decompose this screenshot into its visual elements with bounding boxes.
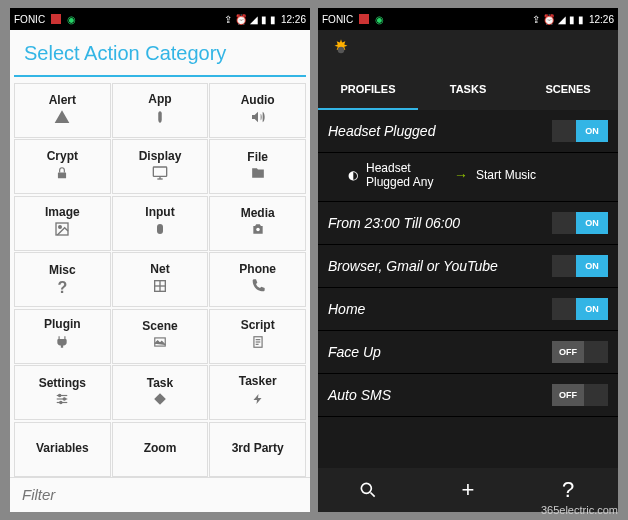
signal-icon: ▮: [261, 14, 267, 25]
category-variables[interactable]: Variables: [14, 422, 111, 477]
camera-icon: [249, 222, 267, 240]
category-label: Scene: [142, 319, 177, 333]
category-display[interactable]: Display: [112, 139, 209, 194]
folder-icon: [249, 166, 267, 184]
svg-point-8: [256, 228, 260, 232]
profile-toggle[interactable]: ON: [552, 255, 608, 277]
category-3rd-party[interactable]: 3rd Party: [209, 422, 306, 477]
tab-scenes[interactable]: SCENES: [518, 70, 618, 110]
profile-row[interactable]: From 23:00 Till 06:00ON: [318, 202, 618, 245]
share-icon: ⇪: [532, 14, 540, 25]
profile-toggle[interactable]: ON: [552, 120, 608, 142]
category-audio[interactable]: Audio: [209, 83, 306, 138]
toggle-label: ON: [576, 298, 608, 320]
tab-tasks[interactable]: TASKS: [418, 70, 518, 110]
sliders-icon: [54, 392, 70, 410]
status-bar: FONIC ◉ ⇪ ⏰ ◢ ▮ ▮ 12:26: [10, 8, 310, 30]
wifi-icon: ◢: [250, 14, 258, 25]
profile-row[interactable]: Auto SMSOFF: [318, 374, 618, 417]
category-label: Alert: [49, 93, 76, 107]
filter-input[interactable]: [22, 486, 298, 503]
category-input[interactable]: Input: [112, 196, 209, 251]
context-icon: ◐: [348, 168, 358, 182]
category-alert[interactable]: Alert: [14, 83, 111, 138]
image-icon: [54, 221, 70, 241]
toggle-label: ON: [576, 212, 608, 234]
profile-name: Auto SMS: [328, 387, 552, 403]
profile-name: Browser, Gmail or YouTube: [328, 258, 552, 274]
category-net[interactable]: Net: [112, 252, 209, 307]
wifi-icon: ◢: [558, 14, 566, 25]
category-plugin[interactable]: Plugin: [14, 309, 111, 364]
category-label: Variables: [36, 441, 89, 455]
category-label: Phone: [239, 262, 276, 276]
context-label: Headset Plugged Any: [366, 161, 446, 189]
category-script[interactable]: Script: [209, 309, 306, 364]
phone-right: FONIC ◉ ⇪ ⏰ ◢ ▮ ▮ 12:26 PROFILESTASKSSCE…: [318, 8, 618, 512]
svg-point-6: [59, 226, 62, 229]
toggle-label: OFF: [552, 341, 584, 363]
toggle-label: ON: [576, 255, 608, 277]
category-grid: AlertAppAudioCryptDisplayFileImageInputM…: [10, 83, 310, 477]
category-misc[interactable]: Misc?: [14, 252, 111, 307]
profile-row[interactable]: Browser, Gmail or YouTubeON: [318, 245, 618, 288]
category-app[interactable]: App: [112, 83, 209, 138]
svg-rect-2: [153, 167, 166, 176]
category-scene[interactable]: Scene: [112, 309, 209, 364]
title-rule: [14, 75, 306, 77]
category-tasker[interactable]: Tasker: [209, 365, 306, 420]
category-zoom[interactable]: Zoom: [112, 422, 209, 477]
svg-point-24: [338, 47, 345, 54]
category-task[interactable]: Task: [112, 365, 209, 420]
tasker-logo-icon: [328, 37, 354, 63]
tab-profiles[interactable]: PROFILES: [318, 70, 418, 110]
profile-row[interactable]: HomeON: [318, 288, 618, 331]
category-label: Audio: [241, 93, 275, 107]
category-media[interactable]: Media: [209, 196, 306, 251]
svg-line-26: [371, 493, 375, 497]
profile-toggle[interactable]: OFF: [552, 384, 608, 406]
profile-name: From 23:00 Till 06:00: [328, 215, 552, 231]
category-phone[interactable]: Phone: [209, 252, 306, 307]
category-crypt[interactable]: Crypt: [14, 139, 111, 194]
signal-icon: ▮: [569, 14, 575, 25]
category-label: Tasker: [239, 374, 277, 388]
category-label: Misc: [49, 263, 76, 277]
profile-row[interactable]: Headset PluggedON: [318, 110, 618, 153]
profile-row[interactable]: Face UpOFF: [318, 331, 618, 374]
bolt-icon: [252, 390, 264, 412]
svg-point-20: [59, 394, 61, 396]
profile-name: Home: [328, 301, 552, 317]
profile-toggle[interactable]: ON: [552, 298, 608, 320]
svg-rect-7: [157, 224, 163, 234]
dialog-title: Select Action Category: [10, 30, 310, 75]
profile-detail[interactable]: ◐Headset Plugged Any→Start Music: [318, 153, 618, 202]
category-settings[interactable]: Settings: [14, 365, 111, 420]
category-label: File: [247, 150, 268, 164]
category-label: Settings: [39, 376, 86, 390]
battery-icon: ▮: [270, 14, 276, 25]
profiles-list: Headset PluggedON◐Headset Plugged Any→St…: [318, 110, 618, 468]
profile-toggle[interactable]: ON: [552, 212, 608, 234]
phone-icon: [250, 278, 266, 298]
toggle-label: OFF: [552, 384, 584, 406]
search-button[interactable]: [318, 468, 418, 512]
arrow-icon: →: [454, 167, 468, 183]
whatsapp-icon: ◉: [67, 14, 76, 25]
filter-container: [10, 477, 310, 512]
script-icon: [251, 334, 265, 354]
category-label: Media: [241, 206, 275, 220]
misc-icon: ?: [57, 279, 67, 297]
app-icon: [153, 108, 167, 130]
mouse-icon: [154, 221, 166, 241]
category-label: Plugin: [44, 317, 81, 331]
svg-point-25: [361, 483, 371, 493]
add-button[interactable]: +: [418, 468, 518, 512]
category-file[interactable]: File: [209, 139, 306, 194]
category-label: Crypt: [47, 149, 78, 163]
category-image[interactable]: Image: [14, 196, 111, 251]
phone-left: FONIC ◉ ⇪ ⏰ ◢ ▮ ▮ 12:26 Select Action Ca…: [10, 8, 310, 512]
profile-toggle[interactable]: OFF: [552, 341, 608, 363]
category-label: Zoom: [144, 441, 177, 455]
category-label: Input: [145, 205, 174, 219]
